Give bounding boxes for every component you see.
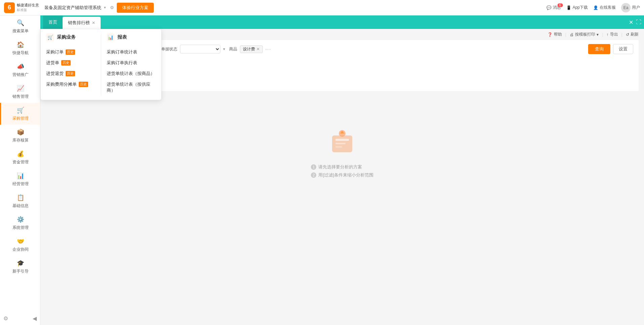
sidebar-item-operation[interactable]: 📊 经营管理: [0, 168, 40, 190]
query-button[interactable]: 查询: [588, 44, 610, 54]
menu-item-purchase-stat[interactable]: 采购订单统计表: [107, 47, 156, 57]
sidebar-item-inventory[interactable]: 📦 库存核算: [0, 125, 40, 147]
sidebar-item-marketing[interactable]: 📣 营销推广: [0, 59, 40, 81]
tab-bar-right: ✕ ⛶: [629, 19, 641, 26]
action-buttons: 查询 设置: [588, 44, 633, 54]
sidebar-item-guide[interactable]: 🎓 新手引导: [0, 256, 40, 278]
history-tag-2: 历史: [61, 60, 71, 66]
empty-tip-2-text: 用[过滤]条件来缩小分析范围: [318, 172, 373, 178]
purchase-col-icon: 🛒: [46, 33, 54, 41]
logo-area: 6 畅捷通好生意 标准版: [4, 2, 44, 13]
toolbar-divider3: |: [621, 32, 622, 37]
purchase-col-title: 采购业务: [57, 34, 76, 40]
empty-illustration: [325, 125, 359, 160]
message-btn[interactable]: 💬 消息 6: [546, 5, 561, 10]
report-col-icon: 📊: [107, 33, 115, 41]
message-icon: 💬: [546, 5, 551, 10]
setting-button[interactable]: 设置: [613, 44, 633, 54]
sidebar-item-system[interactable]: ⚙️ 系统管理: [0, 212, 40, 234]
top-bar: 6 畅捷通好生意 标准版 装备及固定资产辅助管理系统 ▾ ⚙ 体验行业方案 💬 …: [0, 0, 644, 15]
menu-item-incoming[interactable]: 进货单 历史: [46, 57, 96, 68]
menu-item-incoming-supplier-label: 进货单统计表（按供应商）: [107, 81, 156, 93]
goods-dots[interactable]: ···: [265, 46, 272, 52]
title-gear-icon[interactable]: ⚙: [110, 5, 114, 10]
online-service-btn[interactable]: 👤 在线客服: [593, 5, 616, 10]
menu-item-incoming-goods[interactable]: 进货单统计表（按商品）: [107, 68, 156, 79]
user-area[interactable]: Ea 用户: [621, 3, 640, 12]
goods-tag-label: 设计费: [243, 46, 255, 52]
sidebar-item-finance[interactable]: 💰 资金管理: [0, 147, 40, 168]
system-title-text[interactable]: 装备及固定资产辅助管理系统: [44, 5, 101, 11]
print-dropdown-icon[interactable]: ▾: [597, 32, 599, 37]
collapse-sidebar-icon[interactable]: ◀: [33, 315, 37, 322]
goods-filter: 商品 设计费 ✕ ···: [229, 45, 272, 53]
sidebar-label-marketing: 营销推广: [12, 72, 29, 78]
purchase-col: 🛒 采购业务 采购订单 历史 进货单 历史 进货退货 历史 采购费用分摊单 历史: [41, 33, 101, 96]
tip-num-2: 2: [311, 172, 316, 178]
sidebar-label-purchase: 采购管理: [12, 116, 29, 121]
sidebar-label-collab: 企业协同: [12, 247, 29, 252]
app-download-btn[interactable]: 📱 App下载: [566, 5, 588, 10]
sidebar-item-collab[interactable]: 🤝 企业协同: [0, 234, 40, 256]
help-btn[interactable]: ❓ 帮助: [547, 32, 562, 37]
purchase-icon: 🛒: [16, 106, 25, 114]
logo-text: 畅捷通好生意: [17, 3, 39, 7]
inventory-icon: 📦: [16, 128, 25, 136]
menu-item-purchase-order[interactable]: 采购订单 历史: [46, 47, 96, 57]
sidebar-item-sales[interactable]: 📈 销售管理: [0, 81, 40, 103]
empty-tip-2: 2 用[过滤]条件来缩小分析范围: [311, 172, 373, 178]
sidebar-item-purchase[interactable]: 🛒 采购管理: [0, 103, 40, 125]
menu-item-return[interactable]: 进货退货 历史: [46, 68, 96, 79]
goods-label: 商品: [229, 46, 237, 52]
report-col: 📊 报表 采购订单统计表 采购订单执行表 进货单统计表（按商品） 进货单统计表（…: [101, 33, 162, 96]
sidebar: 🔍 搜索菜单 🏠 快捷导航 📣 营销推广 📈 销售管理 🛒 采购管理 📦 库存核…: [0, 15, 40, 325]
sidebar-label-guide: 新手引导: [12, 269, 29, 274]
purchase-dropdown-menu: 🛒 采购业务 采购订单 历史 进货单 历史 进货退货 历史 采购费用分摊单 历史: [40, 29, 162, 100]
user-label: 用户: [632, 5, 640, 10]
sidebar-item-quick[interactable]: 🏠 快捷导航: [0, 37, 40, 59]
menu-item-purchase-exec-label: 采购订单执行表: [107, 60, 137, 66]
help-label: 帮助: [554, 32, 562, 37]
refresh-btn[interactable]: ↺ 刷新: [626, 32, 639, 37]
tab-sales-rank[interactable]: 销售排行榜 ✕: [63, 17, 101, 29]
print-btn[interactable]: 🖨 按模板打印 ▾: [570, 32, 599, 37]
user-avatar: Ea: [621, 3, 631, 12]
trial-button[interactable]: 体验行业方案: [117, 3, 154, 13]
report-col-header: 📊 报表: [107, 33, 156, 43]
tab-close-icon[interactable]: ✕: [92, 21, 95, 25]
menu-item-purchase-stat-label: 采购订单统计表: [107, 49, 137, 55]
home-icon: 🏠: [16, 41, 25, 49]
menu-item-incoming-supplier[interactable]: 进货单统计表（按供应商）: [107, 79, 156, 96]
print-icon: 🖨: [570, 32, 574, 37]
tab-home[interactable]: 首页: [43, 15, 63, 29]
help-icon: ❓: [547, 32, 552, 37]
settings-bottom-icon[interactable]: ⚙: [3, 315, 8, 322]
history-tag-3: 历史: [66, 71, 75, 76]
phone-icon: 📱: [566, 5, 571, 10]
goods-tag-close[interactable]: ✕: [256, 47, 260, 51]
sidebar-item-search[interactable]: 🔍 搜索菜单: [0, 15, 40, 37]
tab-maximize-btn[interactable]: ⛶: [636, 19, 641, 25]
export-btn[interactable]: ↑ 导出: [607, 32, 618, 37]
collab-icon: 🤝: [16, 237, 25, 245]
print-label: 按模板打印: [575, 32, 595, 37]
goods-tag-design: 设计费 ✕: [240, 45, 263, 53]
top-right-area: 💬 消息 6 📱 App下载 👤 在线客服 Ea 用户: [546, 3, 640, 12]
menu-item-expense-label: 采购费用分摊单: [46, 81, 77, 87]
sidebar-item-basic[interactable]: 📋 基础信息: [0, 190, 40, 212]
svg-rect-3: [335, 146, 342, 148]
menu-item-incoming-goods-label: 进货单统计表（按商品）: [107, 71, 155, 77]
search-icon: 🔍: [16, 19, 25, 27]
empty-state: 1 请先选择要分析的方案 2 用[过滤]条件来缩小分析范围: [43, 94, 641, 211]
title-dropdown-arrow[interactable]: ▾: [104, 5, 106, 10]
status-select[interactable]: [180, 45, 220, 53]
menu-item-expense[interactable]: 采购费用分摊单 历史: [46, 79, 96, 90]
purchase-col-header: 🛒 采购业务: [46, 33, 96, 43]
app-download-label: App下载: [573, 5, 588, 10]
sidebar-label-sales: 销售管理: [12, 94, 29, 99]
status-dropdown-icon[interactable]: ▾: [223, 47, 225, 51]
menu-item-purchase-exec[interactable]: 采购订单执行表: [107, 57, 156, 68]
export-icon: ↑: [607, 32, 609, 37]
tab-close-window-btn[interactable]: ✕: [629, 19, 633, 26]
empty-tip-1-text: 请先选择要分析的方案: [318, 164, 362, 170]
